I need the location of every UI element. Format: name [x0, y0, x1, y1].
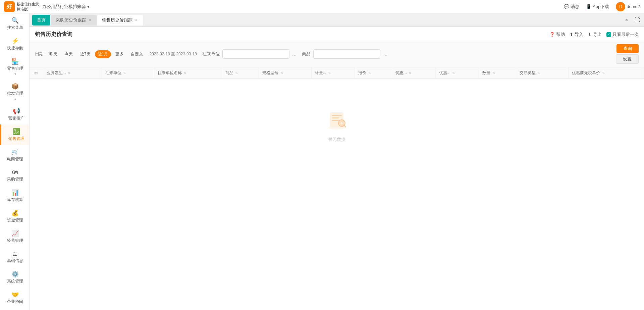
date-filter-group: 日期 昨天 今天 近7天 近1月 更多 自定义 2023-02-18 至 202… — [35, 50, 197, 58]
system-icon: ⚙️ — [11, 270, 19, 278]
th-spec[interactable]: 规格型号 ⇅ — [259, 67, 311, 79]
chevron-down-icon: ▾ — [87, 4, 90, 9]
sort-icon: ⇅ — [328, 71, 331, 75]
sidebar-item-sales[interactable]: 💹 销售管理 — [0, 124, 29, 145]
tab-sales-history[interactable]: 销售历史价跟踪 × — [97, 15, 143, 25]
search-icon: 🔍 — [11, 17, 19, 24]
th-unit[interactable]: 计量... ⇅ — [311, 67, 355, 79]
sort-icon: ⇅ — [123, 71, 126, 75]
goods-label: 商品 — [302, 51, 311, 57]
sidebar-item-purchase[interactable]: 🛍 采购管理 — [0, 165, 29, 186]
date-btn-custom[interactable]: 自定义 — [128, 50, 146, 58]
filter-actions: 查询 设置 — [616, 44, 639, 64]
th-partner-code[interactable]: 往来单位 ⇅ — [102, 67, 154, 79]
finance-icon: 💰 — [11, 209, 19, 217]
sidebar-item-inventory[interactable]: 📊 库存核算 — [0, 186, 29, 206]
tab-bar-actions: × ⛶ — [623, 16, 641, 24]
th-settings[interactable]: ⚙ — [30, 67, 43, 79]
user-menu[interactable]: D demo2 — [616, 2, 640, 11]
sort-icon: ⇅ — [235, 71, 238, 75]
chevron-down-icon: ▾ — [14, 72, 16, 76]
close-window-button[interactable]: × — [623, 16, 631, 24]
tab-sales-history-close[interactable]: × — [135, 18, 138, 22]
sidebar-item-basic-info[interactable]: 🗂 基础信息 — [0, 247, 29, 267]
query-button[interactable]: 查询 — [616, 44, 639, 53]
goods-dots-button[interactable]: ... — [383, 51, 387, 57]
goods-input[interactable] — [313, 49, 380, 59]
sidebar-item-wholesale[interactable]: 📦 批发管理 ▴ — [0, 79, 29, 104]
sidebar-item-ecommerce[interactable]: 🛒 电商管理 — [0, 145, 29, 165]
page-header-actions: ❓ 帮助 ⬆ 导入 ⬇ 导出 ✓ 只看最后一次 — [549, 32, 639, 38]
account-selector[interactable]: 办公用品行业模拟账套 ▾ — [42, 4, 90, 10]
export-icon: ⬇ — [588, 32, 592, 37]
svg-rect-3 — [332, 117, 339, 118]
help-icon: ❓ — [549, 32, 555, 37]
show-last-checkbox[interactable]: ✓ 只看最后一次 — [606, 32, 639, 38]
th-trade-type[interactable]: 交易类型 ⇅ — [516, 67, 569, 79]
sidebar-item-system[interactable]: ⚙️ 系统管理 — [0, 267, 29, 288]
sort-icon: ⇅ — [492, 71, 495, 75]
date-btn-last7days[interactable]: 近7天 — [77, 50, 94, 58]
checkbox-checked-icon: ✓ — [606, 32, 611, 37]
app-download-button[interactable]: 📱 App下载 — [586, 4, 609, 10]
partner-label: 往来单位 — [202, 51, 220, 57]
sidebar-item-guide[interactable]: 🧭 新手引导 — [0, 308, 29, 310]
date-label: 日期 — [35, 51, 44, 57]
topbar: 好 畅捷信好生意 标准版 办公用品行业模拟账套 ▾ 💬 消息 📱 App下载 D… — [0, 0, 644, 13]
date-btn-today[interactable]: 今天 — [62, 50, 76, 58]
th-quantity[interactable]: 数量 ⇅ — [479, 67, 516, 79]
th-pre-tax[interactable]: 优惠前无税单价 ⇅ — [569, 67, 644, 79]
th-quote[interactable]: 报价 ⇅ — [355, 67, 392, 79]
filter-bar: 日期 昨天 今天 近7天 近1月 更多 自定义 2023-02-18 至 202… — [30, 41, 644, 67]
message-button[interactable]: 💬 消息 — [564, 4, 579, 10]
th-discount2[interactable]: 优惠... ⇅ — [435, 67, 479, 79]
basic-info-icon: 🗂 — [12, 250, 18, 257]
th-discount1[interactable]: 优惠... ⇅ — [392, 67, 436, 79]
goods-filter-group: 商品 ... — [302, 49, 387, 59]
svg-rect-2 — [332, 115, 342, 116]
settings-button[interactable]: 设置 — [616, 54, 639, 64]
tab-home[interactable]: 首页 — [32, 15, 50, 25]
sidebar-item-retail[interactable]: 🏪 零售管理 ▾ — [0, 54, 29, 79]
sidebar-item-marketing[interactable]: 📢 营销推广 — [0, 104, 29, 124]
data-table: ⚙ 业务发生... ⇅ 往来单位 ⇅ 往来单位名称 — [30, 67, 644, 79]
th-partner-name[interactable]: 往来单位名称 ⇅ — [154, 67, 222, 79]
sort-icon: ⇅ — [280, 71, 283, 75]
avatar: D — [616, 2, 625, 11]
sort-icon: ⇅ — [183, 71, 186, 75]
import-button[interactable]: ⬆ 导入 — [570, 32, 583, 38]
th-biz-date[interactable]: 业务发生... ⇅ — [43, 67, 102, 79]
help-button[interactable]: ❓ 帮助 — [549, 32, 565, 38]
sidebar-item-finance[interactable]: 💰 资金管理 — [0, 206, 29, 226]
main-layout: 🔍 搜索菜单 ⚡ 快捷导航 🏪 零售管理 ▾ 📦 批发管理 ▴ 📢 营销推广 💹… — [0, 13, 644, 310]
date-range-display: 2023-02-18 至 2023-03-18 — [149, 51, 197, 57]
partner-input[interactable] — [222, 49, 289, 59]
sort-icon: ⇅ — [537, 71, 540, 75]
logo-text: 畅捷信好生意 标准版 — [17, 2, 39, 11]
export-button[interactable]: ⬇ 导出 — [588, 32, 602, 38]
sidebar-item-shortcuts[interactable]: ⚡ 快捷导航 — [0, 34, 29, 54]
page-content: 销售历史价查询 ❓ 帮助 ⬆ 导入 ⬇ 导出 ✓ — [30, 27, 644, 310]
settings-icon: ⚙ — [34, 71, 38, 75]
lightning-icon: ⚡ — [11, 37, 19, 45]
date-btn-yesterday[interactable]: 昨天 — [46, 50, 60, 58]
sort-icon: ⇅ — [409, 71, 411, 75]
tab-purchase-history-close[interactable]: × — [88, 18, 92, 22]
maximize-window-button[interactable]: ⛶ — [633, 16, 641, 24]
wholesale-icon: 📦 — [11, 83, 19, 90]
page-header: 销售历史价查询 ❓ 帮助 ⬆ 导入 ⬇ 导出 ✓ — [30, 27, 644, 41]
content-area: 首页 采购历史价跟踪 × 销售历史价跟踪 × × ⛶ 销售历史价查询 — [30, 13, 644, 310]
date-btn-last1month[interactable]: 近1月 — [95, 50, 111, 58]
tab-purchase-history[interactable]: 采购历史价跟踪 × — [51, 15, 97, 25]
date-btn-more[interactable]: 更多 — [112, 50, 126, 58]
th-goods[interactable]: 商品 ⇅ — [222, 67, 259, 79]
sidebar: 🔍 搜索菜单 ⚡ 快捷导航 🏪 零售管理 ▾ 📦 批发管理 ▴ 📢 营销推广 💹… — [0, 13, 30, 310]
sidebar-item-search-menu[interactable]: 🔍 搜索菜单 — [0, 13, 29, 34]
sidebar-item-enterprise[interactable]: 🤝 企业协同 — [0, 288, 29, 308]
topbar-right: 💬 消息 📱 App下载 D demo2 — [564, 2, 640, 11]
partner-dots-button[interactable]: ... — [292, 51, 297, 57]
sidebar-item-operations[interactable]: 📈 经营管理 — [0, 226, 29, 247]
retail-icon: 🏪 — [11, 58, 19, 65]
operations-icon: 📈 — [11, 230, 19, 237]
sort-icon: ⇅ — [68, 71, 70, 75]
